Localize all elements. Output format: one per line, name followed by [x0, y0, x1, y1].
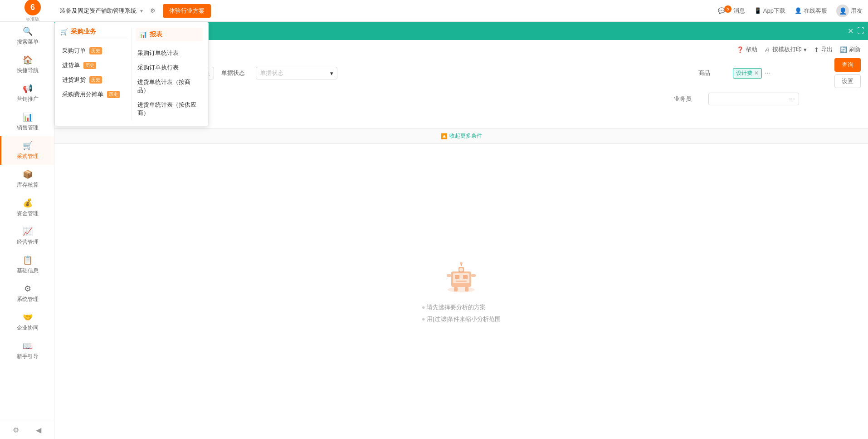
print-dropdown-icon[interactable]: ▾ [804, 46, 807, 53]
doc-status-label: 单据状态 [221, 69, 249, 77]
sidebar-item-system[interactable]: ⚙ 系统管理 [0, 279, 54, 308]
collapse-bar[interactable]: 🔼 收起更多条件 [54, 128, 868, 144]
doc-status-arrow-icon: ▾ [330, 70, 333, 77]
sidebar-item-label: 营销推广 [17, 95, 39, 103]
sidebar-item-finance[interactable]: 💰 资金管理 [0, 193, 54, 222]
salesman-label: 业务员 [674, 95, 701, 103]
dropdown-item-label: 进货单 [62, 61, 80, 69]
system-settings-icon[interactable]: ⚙ [146, 5, 159, 17]
sidebar-item-label: 采购管理 [17, 153, 39, 160]
goods-more-icon[interactable]: ··· [765, 69, 770, 77]
sidebar-item-label: 销售管理 [17, 124, 39, 132]
export-btn[interactable]: ⬆ 导出 [814, 45, 833, 54]
header-right: 💬 5 消息 📱 App下载 👤 在线客服 👤 用友 [718, 5, 863, 17]
svg-point-0 [448, 287, 475, 292]
tab-maximize-icon[interactable]: ⛶ [857, 27, 864, 35]
print-icon: 🖨 [765, 46, 770, 53]
goods-tag: 设计费 ✕ [733, 68, 762, 79]
sidebar-item-label: 系统管理 [17, 296, 39, 303]
sidebar-item-label: 经营管理 [17, 238, 39, 246]
svg-rect-10 [447, 274, 451, 277]
logo-area: 6 标准版 [5, 0, 60, 22]
dropdown-item-in-stats-supplier[interactable]: 进货单统计表（按供应商） [136, 98, 203, 120]
marketing-icon: 📢 [23, 84, 33, 94]
svg-rect-12 [454, 287, 458, 291]
header-messages[interactable]: 💬 5 消息 [718, 7, 745, 15]
sidebar-item-operations[interactable]: 📈 经营管理 [0, 222, 54, 251]
header-user[interactable]: 👤 用友 [836, 5, 863, 17]
goods-tag-close-icon[interactable]: ✕ [754, 70, 759, 76]
dropdown-item-purchase-in[interactable]: 进货单 历史 [60, 58, 128, 73]
doc-status-value: 单据状态 [260, 69, 283, 77]
dropdown-item-label: 采购费用分摊单 [62, 90, 103, 99]
svg-rect-11 [471, 274, 476, 277]
dropdown-item-purchase-return[interactable]: 进货退货 历史 [60, 73, 128, 87]
system-title-area: 装备及固定资产辅助管理系统 ▾ ⚙ 体验行业方案 [60, 4, 718, 18]
sidebar-item-search[interactable]: 🔍 搜索菜单 [0, 22, 54, 50]
salesman-more-icon[interactable]: ··· [789, 95, 795, 103]
sidebar-item-sales[interactable]: 📊 销售管理 [0, 108, 54, 136]
refresh-btn[interactable]: 🔄 刷新 [840, 45, 861, 54]
system-icon: ⚙ [24, 284, 31, 294]
dropdown-item-label: 采购订单 [62, 47, 86, 55]
doc-status-select[interactable]: 单据状态 ▾ [256, 67, 337, 79]
sidebar-item-label: 企业协同 [17, 324, 39, 332]
export-icon: ⬆ [814, 46, 819, 53]
help-icon: ❓ [736, 46, 744, 53]
query-btn[interactable]: 查询 [834, 58, 861, 72]
header-app-download[interactable]: 📱 App下载 [754, 7, 785, 15]
user-avatar: 👤 [836, 5, 849, 17]
sidebar-item-guide[interactable]: 📖 新手引导 [0, 336, 54, 365]
dropdown-item-purchase-expense[interactable]: 采购费用分摊单 历史 [60, 87, 128, 102]
sidebar-item-marketing[interactable]: 📢 营销推广 [0, 79, 54, 108]
sidebar-item-quick[interactable]: 🏠 快捷导航 [0, 50, 54, 79]
logo-icon: 6 [24, 0, 41, 15]
system-title-dropdown-icon[interactable]: ▾ [140, 8, 143, 14]
sidebar-collapse-btn[interactable]: ◀ [36, 426, 41, 434]
collapse-label: 收起更多条件 [449, 132, 482, 140]
sidebar-item-cooperation[interactable]: 🤝 企业协同 [0, 308, 54, 336]
dropdown-item-in-stats-goods[interactable]: 进货单统计表（按商品） [136, 75, 203, 98]
report-section-icon: 📊 [139, 31, 147, 38]
message-badge: 5 [724, 5, 731, 13]
guide-icon: 📖 [23, 341, 33, 351]
sidebar-item-label: 库存核算 [17, 181, 39, 189]
purchase-section-icon: 🛒 [60, 28, 68, 35]
dropdown-report-section: 📊 报表 采购订单统计表 采购订单执行表 进货单统计表（按商品） 进货单统计表（… [136, 28, 203, 120]
empty-state: 请先选择要分析的方案 用[过滤]条件来缩小分析范围 [54, 144, 868, 439]
sidebar-settings-btn[interactable]: ⚙ [13, 426, 19, 434]
goods-label: 商品 [698, 69, 726, 77]
tab-close-window-icon[interactable]: ✕ [848, 27, 853, 35]
dropdown-item-order-exec[interactable]: 采购订单执行表 [136, 60, 203, 75]
history-badge: 历史 [89, 76, 102, 84]
dropdown-purchase-header: 🛒 采购业务 [60, 28, 128, 39]
goods-tag-value: 设计费 [736, 69, 752, 77]
sidebar-item-label: 搜索菜单 [17, 38, 39, 46]
dropdown-purchase-section: 🛒 采购业务 采购订单 历史 进货单 历史 进货退货 历史 采购费用分摊单 历史 [60, 28, 128, 120]
tab-window-buttons: ✕ ⛶ [848, 27, 864, 35]
dropdown-item-purchase-order[interactable]: 采购订单 历史 [60, 44, 128, 58]
purchase-icon: 🛒 [23, 141, 33, 151]
dropdown-purchase-title: 采购业务 [71, 28, 96, 36]
industry-btn[interactable]: 体验行业方案 [163, 4, 211, 18]
dropdown-item-label: 采购订单统计表 [137, 49, 179, 57]
empty-hint-1: 请先选择要分析的方案 [422, 301, 501, 313]
sidebar-item-basic[interactable]: 📋 基础信息 [0, 251, 54, 279]
header-online-service[interactable]: 👤 在线客服 [795, 7, 827, 15]
sidebar-item-label: 新手引导 [17, 353, 39, 360]
dropdown-item-label: 进货单统计表（按商品） [137, 78, 201, 94]
dropdown-divider [132, 28, 132, 120]
dropdown-item-order-stats[interactable]: 采购订单统计表 [136, 46, 203, 60]
svg-point-7 [459, 268, 463, 271]
sidebar-item-purchase[interactable]: 🛒 采购管理 [0, 136, 54, 165]
help-btn[interactable]: ❓ 帮助 [736, 45, 757, 54]
dropdown-report-header: 📊 报表 [136, 28, 203, 41]
sidebar-item-inventory[interactable]: 📦 库存核算 [0, 165, 54, 193]
service-icon: 👤 [795, 7, 802, 14]
settings-btn[interactable]: 设置 [834, 74, 861, 88]
salesman-select[interactable]: ··· [708, 93, 799, 105]
basic-icon: 📋 [23, 255, 33, 265]
print-btn[interactable]: 🖨 按模板打印 ▾ [765, 45, 807, 54]
empty-illustration [439, 258, 484, 294]
svg-point-9 [460, 262, 463, 265]
